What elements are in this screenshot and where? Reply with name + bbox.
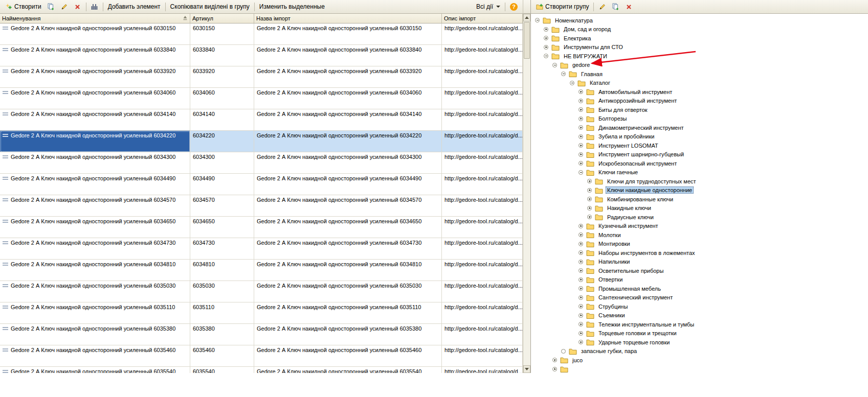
table-row[interactable]: Gedore 2 А Ключ накидной односторонний у… [0, 88, 523, 109]
cell-sku[interactable]: 6035110 [190, 302, 254, 324]
cell-import-name[interactable]: Gedore 2 А Ключ накидной односторонний у… [254, 238, 442, 260]
scroll-up-button[interactable] [523, 14, 530, 21]
scrollbar-thumb[interactable] [524, 22, 530, 59]
tree-expander-icon[interactable] [561, 72, 566, 76]
tree-item-label[interactable]: Накидные ключи [606, 204, 653, 212]
tree-item-label[interactable]: Номенклатура [553, 17, 594, 24]
tree-item[interactable]: Сантехнический инструмент [535, 293, 868, 302]
cell-sku[interactable]: 6035380 [190, 324, 254, 345]
edit-group-button[interactable] [595, 2, 609, 12]
cell-sku[interactable]: 6034730 [190, 238, 254, 260]
tree-item[interactable]: juco [535, 356, 868, 365]
cell-import-name[interactable]: Gedore 2 А Ключ накидной односторонний у… [254, 174, 442, 195]
cell-name[interactable]: Gedore 2 А Ключ накидной односторонний у… [0, 24, 190, 45]
tree-expander-icon[interactable] [578, 161, 583, 166]
tree-item[interactable]: Отвертки [535, 275, 868, 285]
tree-item[interactable]: Ударные торцевые головки [535, 338, 868, 347]
tree-expander-icon[interactable] [578, 99, 583, 103]
tree-item[interactable]: Дом, сад и огород [535, 25, 868, 34]
tree-item[interactable]: Молотки [535, 230, 868, 240]
tree-item-label[interactable]: Осветительные приборы [597, 267, 665, 274]
tree-item[interactable]: Съемники [535, 311, 868, 320]
edit-selected-button[interactable]: Изменить выделенные [256, 2, 328, 12]
create-button[interactable]: Створити [2, 2, 44, 12]
tree-expander-icon[interactable] [587, 179, 592, 183]
cell-import-desc[interactable]: http://gedore-tool.ru/catalog/d... [442, 131, 523, 152]
cell-sku[interactable]: 6034220 [190, 131, 254, 152]
tree-item-label[interactable]: Ключи гаечные [597, 169, 639, 176]
cell-import-name[interactable]: Gedore 2 А Ключ накидной односторонний у… [254, 324, 442, 345]
tree-expander-icon[interactable] [587, 188, 592, 193]
cell-name[interactable]: Gedore 2 А Ключ накидной односторонний у… [0, 174, 190, 195]
tree-item-label[interactable]: Отвертки [597, 276, 624, 283]
delete-group-button[interactable] [622, 2, 635, 12]
tree-item[interactable]: gedore [535, 61, 868, 70]
scrollbar-track[interactable] [523, 59, 530, 365]
tree-item-label[interactable]: gedore [571, 61, 591, 68]
tree-item[interactable]: Антикоррозийный инструмент [535, 97, 868, 106]
cell-import-desc[interactable]: http://gedore-tool.ru/catalog/d... [442, 195, 523, 217]
tree-item[interactable]: Наборы инструментов в ложементах [535, 248, 868, 258]
table-row[interactable]: Gedore 2 А Ключ накидной односторонний у… [0, 66, 523, 88]
tree-expander-icon[interactable] [535, 18, 540, 22]
tree-expander-icon[interactable] [578, 268, 583, 273]
cell-import-name[interactable]: Gedore 2 А Ключ накидной односторонний у… [254, 302, 442, 324]
tree-item[interactable]: Ключи гаечные [535, 168, 868, 177]
tree-expander-icon[interactable] [578, 152, 583, 157]
table-row[interactable]: Gedore 2 А Ключ накидной односторонний у… [0, 45, 523, 66]
column-header-name[interactable]: Найменування [0, 14, 190, 23]
copy-group-button[interactable] [609, 2, 622, 12]
tree-item-label[interactable]: Инструмент LOSOMAT [597, 142, 660, 149]
cell-name[interactable]: Gedore 2 А Ключ накидной односторонний у… [0, 281, 190, 302]
cell-import-name[interactable]: Gedore 2 А Ключ накидной односторонний у… [254, 217, 442, 238]
table-row[interactable]: Gedore 2 А Ключ накидной односторонний у… [0, 345, 523, 367]
tree-expander-icon[interactable] [578, 125, 583, 130]
cell-name[interactable]: Gedore 2 А Ключ накидной односторонний у… [0, 367, 190, 373]
tree-item-label[interactable]: Главная [580, 71, 604, 78]
tree-expander-icon[interactable] [578, 304, 583, 309]
all-actions-button[interactable]: Всі дії [473, 2, 503, 12]
tree-item-label[interactable]: Струбцины [597, 303, 629, 310]
tree-item[interactable]: Номенклатура [535, 16, 868, 25]
tree-item-label[interactable]: Кузнечный инструмент [597, 222, 660, 229]
tree-item-label[interactable]: Дом, сад и огород [562, 26, 612, 33]
cell-sku[interactable]: 6033920 [190, 66, 254, 88]
table-row[interactable]: Gedore 2 А Ключ накидной односторонний у… [0, 195, 523, 217]
tree-item[interactable]: Кузнечный инструмент [535, 222, 868, 231]
tree-item[interactable]: Главная [535, 69, 868, 79]
tree-item-label[interactable]: Ключи накидные односторонние [606, 186, 694, 194]
tree-item[interactable]: Струбцины [535, 302, 868, 311]
table-row[interactable]: Gedore 2 А Ключ накидной односторонний у… [0, 260, 523, 281]
tree-expander-icon[interactable] [587, 197, 592, 201]
cell-import-desc[interactable]: http://gedore-tool.ru/catalog/d... [442, 45, 523, 66]
cell-sku[interactable]: 6034650 [190, 217, 254, 238]
cell-import-desc[interactable]: http://gedore-tool.ru/catalog/d... [442, 345, 523, 367]
cell-sku[interactable]: 6034570 [190, 195, 254, 217]
tree-expander-icon[interactable] [578, 286, 583, 291]
cell-sku[interactable]: 6035030 [190, 281, 254, 302]
tree-expander-icon[interactable] [578, 277, 583, 282]
tree-item[interactable]: Тележки инструментальные и тумбы [535, 320, 868, 329]
tree-expander-icon[interactable] [578, 331, 583, 336]
tree-item-label[interactable]: Комбинированные ключи [606, 196, 675, 203]
cell-import-desc[interactable]: http://gedore-tool.ru/catalog/d... [442, 281, 523, 302]
cell-name[interactable]: Gedore 2 А Ключ накидной односторонний у… [0, 302, 190, 324]
edit-item-button[interactable] [58, 2, 71, 12]
tree-item[interactable]: Напильники [535, 258, 868, 267]
cell-import-desc[interactable]: http://gedore-tool.ru/catalog/d... [442, 174, 523, 195]
tree-item[interactable]: Инструмент LOSOMAT [535, 141, 868, 150]
cell-name[interactable]: Gedore 2 А Ключ накидной односторонний у… [0, 131, 190, 152]
cell-name[interactable]: Gedore 2 А Ключ накидной односторонний у… [0, 66, 190, 88]
tree-item-label[interactable]: НЕ ВИГРУЖАТИ [562, 53, 609, 60]
tree-expander-icon[interactable] [578, 116, 583, 121]
tree-item[interactable]: Торцевые головки и трещотки [535, 329, 868, 338]
tree-item-label[interactable]: Радиусные ключи [606, 214, 655, 221]
cell-name[interactable]: Gedore 2 А Ключ накидной односторонний у… [0, 345, 190, 367]
cell-sku[interactable]: 6034060 [190, 88, 254, 109]
tree-item-label[interactable]: Искробезопасный инструмент [597, 160, 678, 167]
tree-expander-icon[interactable] [578, 322, 583, 326]
tree-expander-icon[interactable] [587, 215, 592, 219]
table-row[interactable]: Gedore 2 А Ключ накидной односторонний у… [0, 131, 523, 152]
vertical-scrollbar[interactable] [523, 0, 531, 373]
tree-expander-icon[interactable] [578, 242, 583, 246]
